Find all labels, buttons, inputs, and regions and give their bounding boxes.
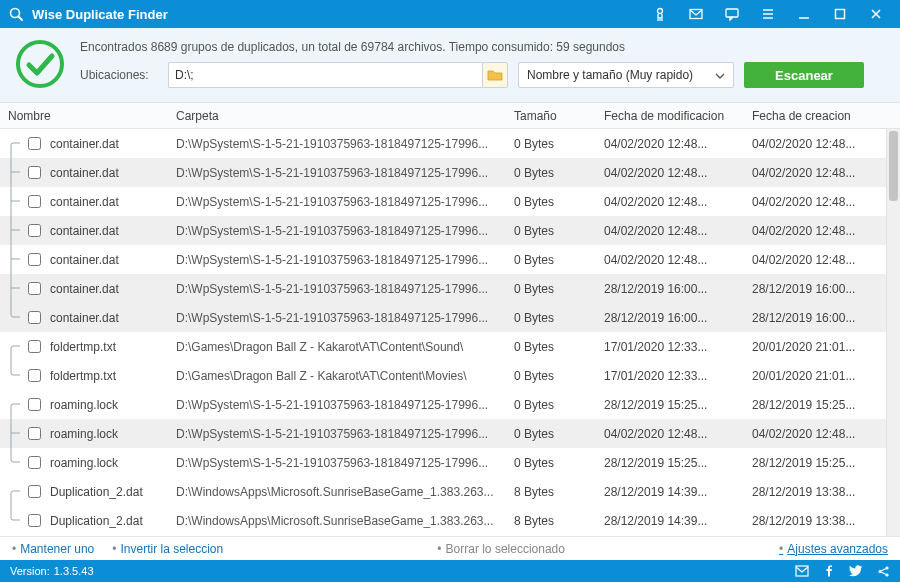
row-checkbox[interactable] bbox=[28, 166, 41, 179]
cell-created: 28/12/2019 13:38... bbox=[744, 514, 886, 528]
col-created[interactable]: Fecha de creacion bbox=[744, 109, 886, 123]
cell-name: roaming.lock bbox=[46, 456, 168, 470]
cell-created: 04/02/2020 12:48... bbox=[744, 166, 886, 180]
cell-created: 04/02/2020 12:48... bbox=[744, 195, 886, 209]
cell-folder: D:\WpSystem\S-1-5-21-1910375963-18184971… bbox=[168, 311, 506, 325]
cell-name: Duplication_2.dat bbox=[46, 485, 168, 499]
cell-folder: D:\WpSystem\S-1-5-21-1910375963-18184971… bbox=[168, 456, 506, 470]
app-logo-icon bbox=[8, 6, 24, 22]
folder-icon bbox=[487, 68, 503, 82]
invert-selection-link[interactable]: •Invertir la seleccion bbox=[112, 542, 223, 556]
table-row[interactable]: container.datD:\WpSystem\S-1-5-21-191037… bbox=[0, 274, 886, 303]
cell-modified: 04/02/2020 12:48... bbox=[596, 427, 744, 441]
mail-icon[interactable] bbox=[678, 0, 714, 28]
scrollbar-thumb[interactable] bbox=[889, 131, 898, 201]
cell-size: 0 Bytes bbox=[506, 340, 596, 354]
table-row[interactable]: container.datD:\WpSystem\S-1-5-21-191037… bbox=[0, 303, 886, 332]
row-checkbox[interactable] bbox=[28, 514, 41, 527]
table-row[interactable]: foldertmp.txtD:\Games\Dragon Ball Z - Ka… bbox=[0, 361, 886, 390]
cell-modified: 04/02/2020 12:48... bbox=[596, 224, 744, 238]
col-folder[interactable]: Carpeta bbox=[168, 109, 506, 123]
menu-icon[interactable] bbox=[750, 0, 786, 28]
table-row[interactable]: roaming.lockD:\WpSystem\S-1-5-21-1910375… bbox=[0, 448, 886, 477]
match-mode-select[interactable]: Nombre y tamaño (Muy rapido) bbox=[518, 62, 734, 88]
cell-name: foldertmp.txt bbox=[46, 369, 168, 383]
cell-folder: D:\WpSystem\S-1-5-21-1910375963-18184971… bbox=[168, 195, 506, 209]
titlebar: Wise Duplicate Finder bbox=[0, 0, 900, 28]
keep-one-link[interactable]: •Mantener uno bbox=[12, 542, 94, 556]
cell-created: 20/01/2020 21:01... bbox=[744, 369, 886, 383]
col-size[interactable]: Tamaño bbox=[506, 109, 596, 123]
table-row[interactable]: foldertmp.txtD:\Games\Dragon Ball Z - Ka… bbox=[0, 332, 886, 361]
sb-facebook-icon[interactable] bbox=[823, 565, 835, 578]
row-checkbox[interactable] bbox=[28, 485, 41, 498]
cell-size: 0 Bytes bbox=[506, 195, 596, 209]
cell-size: 0 Bytes bbox=[506, 137, 596, 151]
cell-created: 04/02/2020 12:48... bbox=[744, 137, 886, 151]
col-name[interactable]: Nombre bbox=[0, 109, 168, 123]
hint-icon[interactable] bbox=[642, 0, 678, 28]
table-row[interactable]: roaming.lockD:\WpSystem\S-1-5-21-1910375… bbox=[0, 419, 886, 448]
cell-name: container.dat bbox=[46, 137, 168, 151]
sb-twitter-icon[interactable] bbox=[849, 565, 863, 578]
close-button[interactable] bbox=[858, 0, 894, 28]
feedback-icon[interactable] bbox=[714, 0, 750, 28]
cell-name: container.dat bbox=[46, 166, 168, 180]
cell-folder: D:\Games\Dragon Ball Z - Kakarot\AT\Cont… bbox=[168, 369, 506, 383]
cell-modified: 28/12/2019 15:25... bbox=[596, 398, 744, 412]
minimize-button[interactable] bbox=[786, 0, 822, 28]
cell-name: container.dat bbox=[46, 282, 168, 296]
svg-point-2 bbox=[658, 9, 663, 14]
row-checkbox[interactable] bbox=[28, 282, 41, 295]
table-row[interactable]: container.datD:\WpSystem\S-1-5-21-191037… bbox=[0, 158, 886, 187]
cell-created: 04/02/2020 12:48... bbox=[744, 224, 886, 238]
cell-created: 28/12/2019 16:00... bbox=[744, 282, 886, 296]
row-checkbox[interactable] bbox=[28, 340, 41, 353]
row-checkbox[interactable] bbox=[28, 253, 41, 266]
cell-name: roaming.lock bbox=[46, 427, 168, 441]
vertical-scrollbar[interactable] bbox=[886, 129, 900, 536]
delete-selected-link[interactable]: •Borrar lo seleccionado bbox=[437, 542, 565, 556]
advanced-settings-link[interactable]: •Ajustes avanzados bbox=[779, 542, 888, 556]
row-checkbox[interactable] bbox=[28, 311, 41, 324]
row-checkbox[interactable] bbox=[28, 195, 41, 208]
scan-button[interactable]: Escanear bbox=[744, 62, 864, 88]
row-checkbox[interactable] bbox=[28, 427, 41, 440]
cell-size: 0 Bytes bbox=[506, 427, 596, 441]
table-row[interactable]: container.datD:\WpSystem\S-1-5-21-191037… bbox=[0, 187, 886, 216]
sb-mail-icon[interactable] bbox=[795, 565, 809, 578]
group-connector-icon bbox=[0, 274, 22, 303]
group-connector-icon bbox=[0, 448, 22, 477]
cell-folder: D:\WindowsApps\Microsoft.SunriseBaseGame… bbox=[168, 514, 506, 528]
sb-share-icon[interactable] bbox=[877, 565, 890, 578]
table-row[interactable]: container.datD:\WpSystem\S-1-5-21-191037… bbox=[0, 245, 886, 274]
maximize-button[interactable] bbox=[822, 0, 858, 28]
table-row[interactable]: Duplication_2.datD:\WindowsApps\Microsof… bbox=[0, 506, 886, 535]
table-row[interactable]: container.datD:\WpSystem\S-1-5-21-191037… bbox=[0, 129, 886, 158]
version-value: 1.3.5.43 bbox=[54, 565, 94, 577]
group-connector-icon bbox=[0, 419, 22, 448]
table-row[interactable]: roaming.lockD:\WpSystem\S-1-5-21-1910375… bbox=[0, 390, 886, 419]
cell-created: 04/02/2020 12:48... bbox=[744, 253, 886, 267]
browse-folder-button[interactable] bbox=[482, 62, 508, 88]
version-label: Version: bbox=[10, 565, 50, 577]
row-checkbox[interactable] bbox=[28, 224, 41, 237]
table-row[interactable]: container.datD:\WpSystem\S-1-5-21-191037… bbox=[0, 216, 886, 245]
status-success-icon bbox=[14, 38, 66, 90]
row-checkbox[interactable] bbox=[28, 398, 41, 411]
svg-rect-26 bbox=[796, 566, 808, 576]
col-modified[interactable]: Fecha de modificacion bbox=[596, 109, 744, 123]
row-checkbox[interactable] bbox=[28, 137, 41, 150]
svg-rect-5 bbox=[726, 9, 738, 17]
row-checkbox[interactable] bbox=[28, 369, 41, 382]
cell-size: 0 Bytes bbox=[506, 369, 596, 383]
cell-size: 0 Bytes bbox=[506, 282, 596, 296]
scan-summary-text: Encontrados 8689 grupos de duplicados, u… bbox=[80, 40, 886, 54]
cell-folder: D:\WpSystem\S-1-5-21-1910375963-18184971… bbox=[168, 427, 506, 441]
row-checkbox[interactable] bbox=[28, 456, 41, 469]
locations-input[interactable] bbox=[168, 62, 482, 88]
table-row[interactable]: Duplication_2.datD:\WindowsApps\Microsof… bbox=[0, 477, 886, 506]
group-connector-icon bbox=[0, 506, 22, 535]
locations-label: Ubicaciones: bbox=[80, 68, 158, 82]
group-connector-icon bbox=[0, 303, 22, 332]
